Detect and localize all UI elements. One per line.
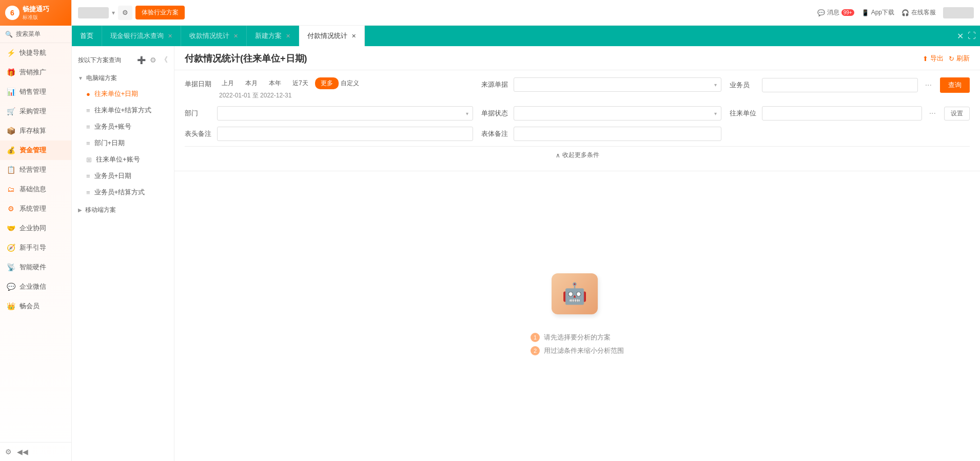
sidebar-item-label: 企业微信 bbox=[19, 282, 46, 291]
tip-text-2: 用过滤条件来缩小分析范围 bbox=[544, 346, 624, 355]
source-select-arrow: ▾ bbox=[714, 82, 717, 88]
body-note-input[interactable] bbox=[514, 127, 721, 141]
online-service-btn[interactable]: 🎧 在线客服 bbox=[901, 8, 936, 17]
source-select[interactable]: ▾ bbox=[514, 77, 721, 92]
search-label: 搜索菜单 bbox=[16, 30, 41, 38]
sidebar-item-label: 基础信息 bbox=[19, 185, 46, 194]
scheme-add-btn[interactable]: ➕ bbox=[137, 56, 146, 64]
scheme-item-unit-account[interactable]: ⊞ 往来单位+账号 bbox=[72, 151, 174, 168]
sidebar-item-operation[interactable]: 📋 经营管理 bbox=[0, 160, 71, 179]
scheme-item-staff-settle[interactable]: ≡ 业务员+结算方式 bbox=[72, 184, 174, 201]
sidebar-item-finance[interactable]: 💰 资金管理 bbox=[0, 141, 71, 160]
tab-home[interactable]: 首页 bbox=[72, 26, 102, 46]
date-btn-this-month[interactable]: 本月 bbox=[241, 77, 262, 89]
tab-payment[interactable]: 付款情况统计 ✕ bbox=[299, 26, 365, 46]
collapse-conditions-btn[interactable]: ∧ 收起更多条件 bbox=[185, 146, 970, 164]
tab-home-label: 首页 bbox=[80, 31, 93, 41]
header-note-input[interactable] bbox=[217, 127, 473, 141]
sidebar-item-hardware[interactable]: 📡 智能硬件 bbox=[0, 257, 71, 277]
sidebar-item-corp[interactable]: 🤝 企业协同 bbox=[0, 218, 71, 238]
scheme-item-staff-date[interactable]: ≡ 业务员+日期 bbox=[72, 168, 174, 184]
scheme-item-unit-date[interactable]: ● 往来单位+日期 bbox=[72, 86, 174, 102]
sidebar-item-inventory[interactable]: 📦 库存核算 bbox=[0, 121, 71, 141]
scheme-item-dept-date-icon: ≡ bbox=[86, 139, 90, 147]
related-unit-input[interactable] bbox=[762, 106, 922, 121]
sidebar-item-sales[interactable]: 📊 销售管理 bbox=[0, 82, 71, 102]
related-unit-dots-btn[interactable]: ··· bbox=[929, 109, 936, 118]
logo-icon: 6 bbox=[5, 6, 19, 20]
date-filter-label: 单据日期 bbox=[185, 77, 213, 89]
logo-sub: 标准版 bbox=[23, 14, 49, 21]
staff-dots-btn[interactable]: ··· bbox=[925, 81, 932, 90]
sidebar-item-label: 经营管理 bbox=[19, 165, 46, 174]
page-title: 付款情况统计(往来单位+日期) bbox=[185, 52, 307, 65]
scheme-settings-btn[interactable]: ⚙ bbox=[150, 56, 156, 64]
wechat-icon: 💬 bbox=[6, 282, 15, 291]
sidebar-item-label: 营销推广 bbox=[19, 68, 46, 77]
sidebar-item-purchase[interactable]: 🛒 采购管理 bbox=[0, 102, 71, 121]
date-filter: 上月 本月 本年 近7天 更多 自定义 bbox=[217, 77, 359, 89]
scheme-item-dept-date[interactable]: ≡ 部门+日期 bbox=[72, 135, 174, 151]
sidebar-search[interactable]: 🔍 搜索菜单 bbox=[0, 26, 71, 43]
sidebar-item-wechat[interactable]: 💬 企业微信 bbox=[0, 277, 71, 296]
tab-new-scheme-close[interactable]: ✕ bbox=[286, 33, 290, 39]
scheme-panel-header: 按以下方案查询 ➕ ⚙ 《 bbox=[72, 51, 174, 69]
topbar: ▾ ⚙ 体验行业方案 💬 消息 99+ 📱 App下载 🎧 在线客服 bbox=[72, 0, 980, 26]
settings-btn[interactable]: 设置 bbox=[944, 107, 970, 121]
sidebar-item-label: 采购管理 bbox=[19, 107, 46, 116]
scheme-item-staff-account[interactable]: ≡ 业务员+账号 bbox=[72, 118, 174, 135]
date-btn-custom[interactable]: 自定义 bbox=[341, 79, 359, 88]
marketing-icon: 🎁 bbox=[6, 68, 15, 77]
sidebar-item-member[interactable]: 👑 畅会员 bbox=[0, 296, 71, 316]
notification-btn[interactable]: 💬 消息 99+ bbox=[817, 8, 854, 17]
sidebar-settings-btn[interactable]: ⚙ bbox=[5, 448, 12, 456]
tab-payment-close[interactable]: ✕ bbox=[351, 33, 356, 39]
dept-select[interactable]: ▾ bbox=[217, 106, 473, 121]
voucher-status-select[interactable]: ▾ bbox=[514, 106, 721, 121]
date-btn-more[interactable]: 更多 bbox=[315, 77, 339, 89]
topbar-user-avatar bbox=[943, 7, 974, 18]
query-btn[interactable]: 查询 bbox=[940, 77, 970, 93]
scheme-group-desktop-title[interactable]: ▼ 电脑端方案 bbox=[72, 71, 174, 86]
tab-receipt[interactable]: 收款情况统计 ✕ bbox=[181, 26, 247, 46]
scheme-item-staff-settle-icon: ≡ bbox=[86, 189, 90, 196]
tab-new-scheme[interactable]: 新建方案 ✕ bbox=[247, 26, 299, 46]
date-btn-this-year[interactable]: 本年 bbox=[264, 77, 286, 89]
dropdown-arrow[interactable]: ▾ bbox=[112, 9, 115, 16]
scheme-panel: 按以下方案查询 ➕ ⚙ 《 ▼ 电脑端方案 ● 往来单位+日期 ≡ bbox=[72, 46, 174, 461]
tab-expand-btn[interactable]: ⛶ bbox=[968, 31, 976, 41]
scheme-group-mobile[interactable]: ▶ 移动端方案 bbox=[72, 203, 174, 217]
user-avatar bbox=[78, 7, 109, 18]
staff-input[interactable] bbox=[762, 78, 918, 92]
header-note-label: 表头备注 bbox=[185, 129, 213, 138]
scheme-item-unit-account-icon: ⊞ bbox=[86, 156, 92, 164]
logo-text: 畅捷通巧 bbox=[23, 5, 49, 14]
main-area: ▾ ⚙ 体验行业方案 💬 消息 99+ 📱 App下载 🎧 在线客服 bbox=[72, 0, 980, 461]
sidebar: 6 畅捷通巧 标准版 🔍 搜索菜单 ⚡ 快捷导航 🎁 营销推广 📊 销售管理 🛒… bbox=[0, 0, 72, 461]
tab-receipt-close[interactable]: ✕ bbox=[233, 33, 238, 39]
empty-tips: 1 请先选择要分析的方案 2 用过滤条件来缩小分析范围 bbox=[531, 333, 624, 359]
tab-bank[interactable]: 现金银行流水查询 ✕ bbox=[102, 26, 181, 46]
sidebar-item-basic[interactable]: 🗂 基础信息 bbox=[0, 179, 71, 199]
right-area: 付款情况统计(往来单位+日期) ⬆ 导出 ↻ 刷新 单 bbox=[174, 46, 980, 461]
sidebar-item-system[interactable]: ⚙ 系统管理 bbox=[0, 199, 71, 218]
notif-badge: 99+ bbox=[841, 9, 854, 16]
export-btn[interactable]: ⬆ 导出 bbox=[923, 54, 944, 63]
sidebar-item-quick-nav[interactable]: ⚡ 快捷导航 bbox=[0, 43, 71, 63]
scheme-collapse-btn[interactable]: 《 bbox=[161, 55, 168, 65]
app-download-btn[interactable]: 📱 App下载 bbox=[861, 8, 894, 17]
scheme-item-unit-settle[interactable]: ≡ 往来单位+结算方式 bbox=[72, 102, 174, 118]
sidebar-item-marketing[interactable]: 🎁 营销推广 bbox=[0, 63, 71, 82]
tab-bank-close[interactable]: ✕ bbox=[168, 33, 172, 39]
sidebar-item-guide[interactable]: 🧭 新手引导 bbox=[0, 238, 71, 257]
sidebar-collapse-btn[interactable]: ◀◀ bbox=[17, 448, 28, 456]
scheme-item-unit-account-label: 往来单位+账号 bbox=[96, 155, 140, 164]
date-btn-7days[interactable]: 近7天 bbox=[288, 77, 313, 89]
refresh-btn[interactable]: ↻ 刷新 bbox=[949, 54, 970, 63]
trial-btn[interactable]: 体验行业方案 bbox=[135, 6, 185, 19]
date-btn-last-month[interactable]: 上月 bbox=[217, 77, 239, 89]
export-label: 导出 bbox=[930, 54, 944, 63]
tab-close-all-btn[interactable]: ✕ bbox=[957, 31, 964, 41]
staff-filter-label: 业务员 bbox=[730, 81, 758, 90]
topbar-settings-btn[interactable]: ⚙ bbox=[118, 6, 132, 20]
